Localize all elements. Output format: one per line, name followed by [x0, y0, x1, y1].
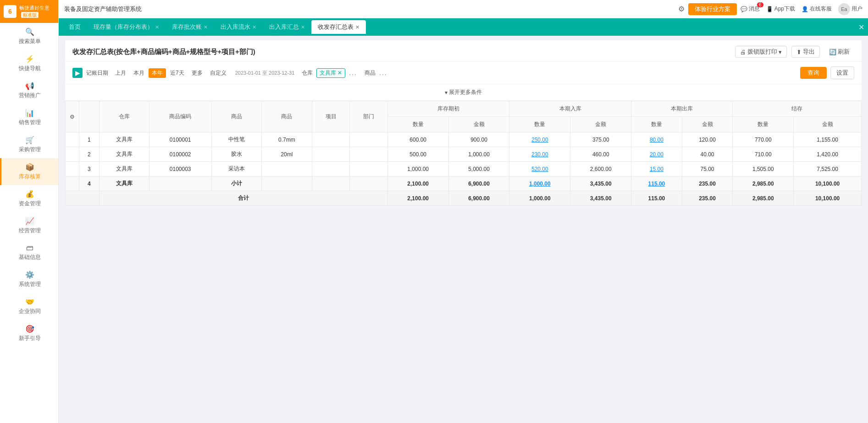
row-bal-qty: 710.00 — [733, 147, 794, 162]
tab-首页[interactable]: 首页 — [62, 20, 87, 34]
logo-area: 6 畅捷通好生意 标准版 — [0, 0, 58, 23]
row-out-amt: 75.00 — [682, 162, 733, 176]
content-area: 收发存汇总表(按仓库+商品编码+商品+规格型号+项目+部门) 🖨 拨锁版打印 ▾… — [59, 36, 868, 423]
filter-toggle-button[interactable]: ▶ — [72, 68, 83, 78]
th-no — [79, 101, 100, 132]
tab-close-btn[interactable]: ✕ — [355, 24, 359, 30]
export-label: 导出 — [803, 48, 815, 56]
tab-出入库流水[interactable]: 出入库流水✕ — [214, 20, 263, 34]
row-in-amt: 2,600.00 — [570, 162, 631, 176]
sidebar-item-销售管理[interactable]: 📊销售管理 — [0, 104, 58, 131]
tab-close-btn[interactable]: ✕ — [301, 24, 305, 30]
sidebar-item-label: 企业协同 — [19, 308, 41, 315]
topbar-right: 💬 消息 6 📱 App下载 👤 在线客服 Ea 用户 — [741, 3, 862, 15]
sidebar-item-新手引导[interactable]: 🎯新手引导 — [0, 320, 58, 347]
expand-button[interactable]: ▾ 展开更多条件 — [441, 87, 486, 98]
tab-现存量（库存分布表）[interactable]: 现存量（库存分布表）✕ — [87, 20, 166, 34]
row-no: 1 — [79, 132, 100, 147]
sidebar-icon: ⚙️ — [25, 270, 34, 279]
in-qty-link[interactable]: 230.00 — [531, 151, 548, 158]
goods-more-btn[interactable]: ... — [379, 69, 387, 77]
sidebar-item-搜索菜单[interactable]: 🔍搜索菜单 — [0, 23, 58, 50]
row-bal-amt: 7,525.00 — [794, 162, 862, 176]
date-tab-上月[interactable]: 上月 — [112, 68, 129, 78]
trial-button[interactable]: 体验行业方案 — [688, 3, 737, 15]
sidebar-icon: 📢 — [25, 82, 34, 90]
tabbar: 首页现存量（库存分布表）✕库存批次账✕出入库流水✕出入库汇总✕收发存汇总表✕✕ — [59, 18, 868, 36]
date-tab-本年[interactable]: 本年 — [149, 68, 166, 78]
refresh-button[interactable]: 🔄 刷新 — [824, 46, 854, 57]
close-all-tabs-button[interactable]: ✕ — [858, 23, 864, 32]
sidebar-tag: 标准版 — [21, 12, 39, 18]
row-in-qty[interactable]: 520.00 — [509, 162, 570, 176]
footer-total-label: 合计 — [99, 191, 387, 206]
out-qty-link[interactable]: 115.00 — [648, 181, 665, 187]
tab-close-btn[interactable]: ✕ — [204, 24, 208, 30]
th-bal-qty: 数量 — [733, 117, 794, 132]
settings-icon[interactable]: ⚙ — [678, 5, 685, 13]
app-download-button[interactable]: 📱 App下载 — [766, 5, 795, 13]
th-warehouse: 仓库 — [99, 101, 149, 132]
row-in-qty[interactable]: 1,000.00 — [509, 176, 570, 191]
row-in-qty[interactable]: 250.00 — [509, 132, 570, 147]
date-tab-更多[interactable]: 更多 — [188, 68, 206, 78]
sidebar-item-基础信息[interactable]: 🗃基础信息 — [0, 239, 58, 266]
tab-close-btn[interactable]: ✕ — [252, 24, 256, 30]
online-service-button[interactable]: 👤 在线客服 — [802, 5, 832, 13]
row-in-qty[interactable]: 230.00 — [509, 147, 570, 162]
sidebar-item-资金管理[interactable]: 💰资金管理 — [0, 185, 58, 212]
out-qty-link[interactable]: 20.00 — [650, 151, 663, 158]
date-tab-近7天[interactable]: 近7天 — [167, 68, 188, 78]
tab-库存批次账[interactable]: 库存批次账✕ — [166, 20, 214, 34]
print-button[interactable]: 🖨 拨锁版打印 ▾ — [735, 46, 787, 58]
row-out-qty[interactable]: 15.00 — [631, 162, 682, 176]
export-button[interactable]: ⬆ 导出 — [791, 46, 820, 58]
message-button[interactable]: 💬 消息 6 — [741, 5, 760, 13]
sidebar-item-营销推广[interactable]: 📢营销推广 — [0, 77, 58, 104]
sidebar-item-快捷导航[interactable]: ⚡快捷导航 — [0, 50, 58, 77]
date-tab-自定义[interactable]: 自定义 — [207, 68, 230, 78]
sidebar-item-label: 基础信息 — [19, 253, 41, 261]
row-out-qty[interactable]: 115.00 — [631, 176, 682, 191]
row-init-qty: 2,100.00 — [387, 176, 448, 191]
tab-label: 收发存汇总表 — [318, 23, 354, 31]
sidebar-item-企业协同[interactable]: 🤝企业协同 — [0, 293, 58, 320]
sidebar-item-label: 库存核算 — [19, 173, 41, 181]
out-qty-link[interactable]: 15.00 — [650, 166, 663, 172]
row-no: 4 — [79, 176, 100, 191]
warehouse-tag-remove[interactable]: ✕ — [337, 70, 342, 76]
th-in-amt: 金额 — [570, 117, 631, 132]
row-dept — [350, 162, 387, 176]
row-init-qty: 1,000.00 — [387, 162, 448, 176]
sidebar-item-库存核算[interactable]: 📦库存核算 — [0, 158, 58, 185]
setting-button[interactable]: 设置 — [830, 66, 854, 79]
th-in-qty: 数量 — [509, 117, 570, 132]
expand-row: ▾ 展开更多条件 — [65, 84, 862, 101]
page-card: 收发存汇总表(按仓库+商品编码+商品+规格型号+项目+部门) 🖨 拨锁版打印 ▾… — [65, 40, 862, 206]
row-out-qty[interactable]: 20.00 — [631, 147, 682, 162]
query-button[interactable]: 查询 — [800, 67, 827, 79]
tab-出入库汇总[interactable]: 出入库汇总✕ — [263, 20, 311, 34]
tab-close-btn[interactable]: ✕ — [155, 24, 159, 30]
in-qty-link[interactable]: 250.00 — [531, 137, 548, 143]
footer-label-cell — [66, 191, 100, 206]
th-init-amt: 金额 — [448, 117, 509, 132]
sidebar-icon: 🗃 — [26, 244, 33, 252]
row-out-qty[interactable]: 80.00 — [631, 132, 682, 147]
tab-收发存汇总表[interactable]: 收发存汇总表✕ — [311, 20, 366, 34]
sidebar-item-经营管理[interactable]: 📈经营管理 — [0, 212, 58, 239]
user-button[interactable]: Ea 用户 — [838, 3, 862, 15]
filter-bar: ▶ 记账日期 上月本月本年近7天更多自定义 2023-01-01 至 2023-… — [65, 62, 862, 84]
row-spec — [261, 176, 312, 191]
out-qty-link[interactable]: 80.00 — [650, 137, 663, 143]
sidebar-item-采购管理[interactable]: 🛒采购管理 — [0, 131, 58, 158]
sidebar-icon: 🔍 — [25, 27, 34, 36]
date-tab-本月[interactable]: 本月 — [130, 68, 148, 78]
refresh-icon: 🔄 — [829, 49, 836, 55]
warehouse-more-btn[interactable]: ... — [349, 69, 357, 77]
sidebar-item-label: 经营管理 — [19, 227, 41, 235]
in-qty-link[interactable]: 520.00 — [531, 166, 548, 172]
sidebar-item-系统管理[interactable]: ⚙️系统管理 — [0, 266, 58, 293]
tab-label: 出入库流水 — [221, 23, 250, 31]
in-qty-link[interactable]: 1,000.00 — [529, 181, 551, 187]
